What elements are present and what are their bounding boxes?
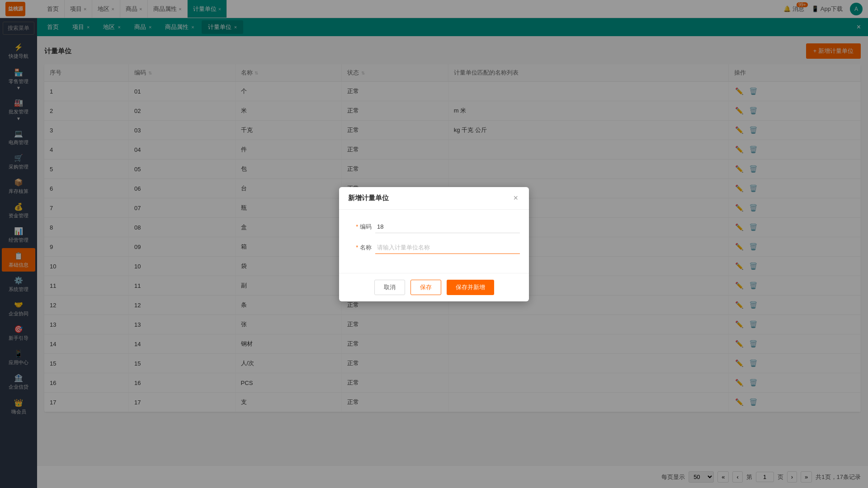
save-button[interactable]: 保存 xyxy=(410,280,441,295)
code-form-row: * 编码 xyxy=(348,221,520,233)
cancel-button[interactable]: 取消 xyxy=(374,280,405,295)
code-input[interactable] xyxy=(375,221,520,233)
name-form-row: * 名称 xyxy=(348,241,520,254)
code-label: * 编码 xyxy=(348,223,375,231)
modal-overlay: 新增计量单位 × * 编码 * 名称 取消 保存 保存并新增 xyxy=(0,0,868,488)
modal-footer: 取消 保存 保存并新增 xyxy=(339,273,529,301)
save-and-add-button[interactable]: 保存并新增 xyxy=(447,280,494,295)
name-input[interactable] xyxy=(375,241,520,254)
modal-body: * 编码 * 名称 xyxy=(339,210,529,273)
add-unit-modal: 新增计量单位 × * 编码 * 名称 取消 保存 保存并新增 xyxy=(339,187,529,301)
modal-close-button[interactable]: × xyxy=(511,193,520,203)
modal-title: 新增计量单位 xyxy=(348,194,389,202)
modal-header: 新增计量单位 × xyxy=(339,187,529,210)
name-label: * 名称 xyxy=(348,244,375,252)
